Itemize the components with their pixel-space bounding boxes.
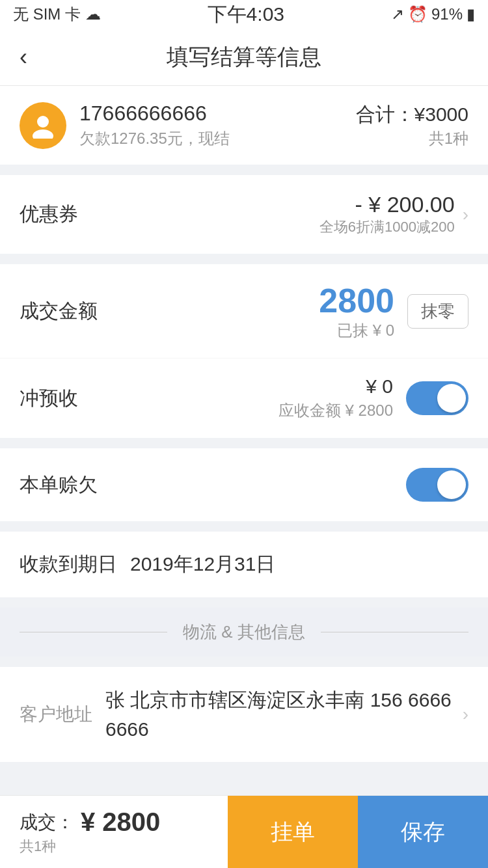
prepaid-amount: ¥ 0	[366, 375, 393, 398]
customer-right: 合计：¥3000 共1种	[356, 102, 468, 149]
customer-info-row: 17666666666 欠款1276.35元，现结 合计：¥3000 共1种	[0, 86, 488, 165]
logistics-divider: 物流 & 其他信息	[0, 608, 488, 657]
total-count: 共1种	[356, 128, 468, 149]
prepaid-row: 冲预收 ¥ 0 应收金额 ¥ 2800	[0, 359, 488, 438]
deal-amount-right: 2800 已抹 ¥ 0 抹零	[319, 281, 468, 341]
coupon-desc: 全场6折满1000减200	[319, 217, 455, 237]
deal-amount-value: 2800	[319, 281, 394, 320]
address-label: 客户地址	[20, 702, 92, 727]
total-amount: 合计：¥3000	[356, 102, 468, 128]
customer-details: 17666666666 欠款1276.35元，现结	[79, 102, 230, 149]
status-right: ↗ ⏰ 91% ▮	[391, 5, 475, 23]
logistics-label: 物流 & 其他信息	[183, 621, 305, 644]
divider-right	[321, 632, 468, 632]
location-icon: ↗	[391, 5, 404, 23]
prepaid-info: ¥ 0 应收金额 ¥ 2800	[278, 375, 393, 421]
deal-amount-row: 成交金额 2800 已抹 ¥ 0 抹零	[0, 264, 488, 359]
bottom-summary: 成交： ¥ 2800 共1种	[0, 807, 228, 856]
prepaid-receivable: 应收金额 ¥ 2800	[278, 400, 393, 421]
coupon-right: - ¥ 200.00 全场6折满1000减200 ›	[319, 192, 468, 237]
status-left: 无 SIM 卡 ☁	[13, 4, 101, 25]
back-button[interactable]: ‹	[20, 44, 27, 71]
address-row[interactable]: 客户地址 张 北京市市辖区海淀区永丰南 156 6666 6666 ›	[0, 667, 488, 762]
hang-button[interactable]: 挂单	[228, 796, 358, 869]
deal-amount-sub: 已抹 ¥ 0	[319, 320, 394, 341]
save-button[interactable]: 保存	[358, 796, 488, 869]
divider-left	[20, 632, 167, 632]
coupon-discount: - ¥ 200.00	[319, 192, 455, 217]
address-value: 张 北京市市辖区海淀区永丰南 156 6666 6666	[105, 685, 463, 744]
coupon-arrow-icon: ›	[463, 204, 468, 225]
duedate-label: 收款到期日	[20, 551, 117, 578]
customer-phone: 17666666666	[79, 102, 230, 126]
alarm-icon: ⏰	[408, 5, 427, 23]
status-time: 下午4:03	[208, 1, 284, 28]
bottom-deal-label: 成交：	[20, 810, 74, 835]
battery-label: 91%	[431, 5, 463, 23]
deal-amount-section: 成交金额 2800 已抹 ¥ 0 抹零 冲预收 ¥ 0 应收金额 ¥ 2800	[0, 264, 488, 438]
svg-point-0	[37, 116, 49, 128]
duedate-row: 收款到期日 2019年12月31日	[0, 532, 488, 597]
prepaid-right: ¥ 0 应收金额 ¥ 2800	[278, 375, 468, 421]
debt-toggle[interactable]	[406, 468, 468, 502]
prepaid-label: 冲预收	[20, 385, 78, 412]
customer-left: 17666666666 欠款1276.35元，现结	[20, 102, 230, 149]
nav-bar: ‹ 填写结算等信息	[0, 29, 488, 86]
customer-debt: 欠款1276.35元，现结	[79, 128, 230, 149]
coupon-label: 优惠券	[20, 201, 78, 228]
deal-amount-label: 成交金额	[20, 298, 98, 325]
prepaid-toggle[interactable]	[406, 381, 468, 415]
bottom-deal-row: 成交： ¥ 2800	[20, 807, 208, 837]
bottom-count: 共1种	[20, 837, 208, 856]
status-bar: 无 SIM 卡 ☁ 下午4:03 ↗ ⏰ 91% ▮	[0, 0, 488, 29]
round-off-button[interactable]: 抹零	[407, 294, 468, 329]
debt-row: 本单赊欠	[0, 448, 488, 521]
svg-point-1	[33, 129, 53, 139]
coupon-row[interactable]: 优惠券 - ¥ 200.00 全场6折满1000减200 ›	[0, 175, 488, 254]
debt-label: 本单赊欠	[20, 472, 98, 498]
main-content: 17666666666 欠款1276.35元，现结 合计：¥3000 共1种 优…	[0, 86, 488, 868]
sim-label: 无 SIM 卡 ☁	[13, 4, 101, 25]
battery-icon: ▮	[467, 5, 475, 23]
address-arrow-icon: ›	[463, 704, 468, 725]
bottom-deal-amount: ¥ 2800	[81, 807, 160, 837]
page-title: 填写结算等信息	[167, 42, 321, 72]
duedate-value: 2019年12月31日	[130, 551, 275, 578]
bottom-bar: 成交： ¥ 2800 共1种 挂单 保存	[0, 795, 488, 868]
avatar	[20, 102, 66, 149]
